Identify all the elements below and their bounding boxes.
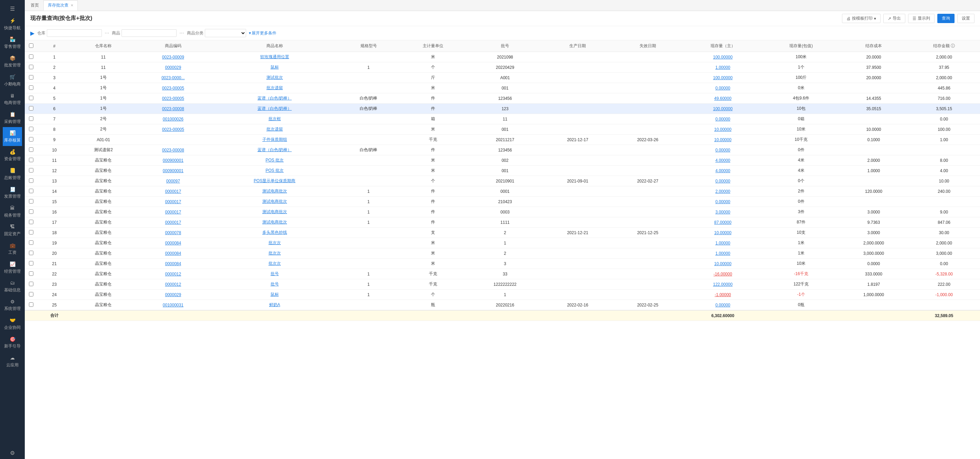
cell-21-3[interactable]: 0000084 xyxy=(135,258,211,269)
link-8-10[interactable]: 10.00000 xyxy=(714,127,732,132)
link-10-4[interactable]: 蓝谱（白色/奶棒） xyxy=(258,147,291,152)
cell-20-3[interactable]: 0000084 xyxy=(135,248,211,258)
link-19-10[interactable]: 1.00000 xyxy=(715,241,730,245)
cell-2-3[interactable]: 0000029 xyxy=(135,62,211,73)
cell-20-0[interactable] xyxy=(25,248,37,258)
cell-3-10[interactable]: 100.00000 xyxy=(682,73,763,83)
cell-8-10[interactable]: 10.00000 xyxy=(682,124,763,135)
cell-15-4[interactable]: 测试电商批次 xyxy=(211,197,338,207)
link-4-3[interactable]: 0023-00005 xyxy=(162,86,184,91)
cell-24-0[interactable] xyxy=(25,290,37,300)
row-checkbox-19[interactable] xyxy=(29,240,33,245)
cell-13-3[interactable]: 000097 xyxy=(135,176,211,186)
cell-8-4[interactable]: 批次遗留 xyxy=(211,124,338,135)
row-checkbox-20[interactable] xyxy=(29,251,33,255)
cell-16-10[interactable]: 3.00000 xyxy=(682,207,763,217)
cell-22-10[interactable]: -16.00000 xyxy=(682,269,763,279)
cell-23-3[interactable]: 0000012 xyxy=(135,279,211,290)
sidebar-item-quick-nav[interactable]: ⚡ 快捷导航 xyxy=(3,15,22,33)
tab-batch-query[interactable]: 库存批次查✕ xyxy=(43,0,78,11)
link-16-3[interactable]: 0000017 xyxy=(165,210,181,215)
cell-21-10[interactable]: 10.00000 xyxy=(682,258,763,269)
link-24-4[interactable]: 鼠标 xyxy=(270,292,279,297)
link-21-10[interactable]: 10.00000 xyxy=(714,261,732,266)
row-checkbox-23[interactable] xyxy=(29,282,33,286)
row-checkbox-3[interactable] xyxy=(29,75,33,80)
link-15-4[interactable]: 测试电商批次 xyxy=(262,199,287,204)
link-16-10[interactable]: 3.00000 xyxy=(715,210,730,215)
cell-15-0[interactable] xyxy=(25,197,37,207)
row-checkbox-1[interactable] xyxy=(29,54,33,59)
cell-19-3[interactable]: 0000084 xyxy=(135,238,211,248)
sidebar-item-sys[interactable]: ⚙ 系统管理 xyxy=(3,296,22,314)
cell-25-0[interactable] xyxy=(25,300,37,311)
cell-14-0[interactable] xyxy=(25,186,37,197)
link-19-3[interactable]: 0000084 xyxy=(165,241,181,245)
cell-14-4[interactable]: 测试电商批次 xyxy=(211,186,338,197)
link-17-10[interactable]: 87.00000 xyxy=(714,220,732,225)
link-11-4[interactable]: POS 批次 xyxy=(266,158,284,163)
cell-4-3[interactable]: 0023-00005 xyxy=(135,83,211,93)
cell-11-4[interactable]: POS 批次 xyxy=(211,155,338,166)
row-checkbox-6[interactable] xyxy=(29,106,33,110)
cell-4-4[interactable]: 批次遗留 xyxy=(211,83,338,93)
link-21-3[interactable]: 0000084 xyxy=(165,261,181,266)
cell-7-0[interactable] xyxy=(25,114,37,124)
row-checkbox-7[interactable] xyxy=(29,116,33,121)
link-17-4[interactable]: 测试电商批次 xyxy=(262,220,287,225)
row-checkbox-18[interactable] xyxy=(29,230,33,234)
row-checkbox-11[interactable] xyxy=(29,158,33,162)
link-3-3[interactable]: 0023-0000... xyxy=(161,75,185,80)
cell-16-3[interactable]: 0000017 xyxy=(135,207,211,217)
menu-icon[interactable]: ☰ xyxy=(0,3,25,15)
cell-2-10[interactable]: 1.00000 xyxy=(682,62,763,73)
cell-4-0[interactable] xyxy=(25,83,37,93)
link-25-10[interactable]: 0.00000 xyxy=(715,303,730,308)
link-14-10[interactable]: 2.00000 xyxy=(715,189,730,194)
link-2-10[interactable]: 1.00000 xyxy=(715,65,730,70)
cell-7-4[interactable]: 批次框 xyxy=(211,114,338,124)
cell-16-0[interactable] xyxy=(25,207,37,217)
row-checkbox-21[interactable] xyxy=(29,261,33,266)
link-5-4[interactable]: 蓝谱（白色/奶棒） xyxy=(258,96,291,100)
sidebar-item-finance[interactable]: 💰 资金管理 xyxy=(3,146,22,164)
row-checkbox-10[interactable] xyxy=(29,147,33,152)
link-8-4[interactable]: 批次遗留 xyxy=(266,127,283,132)
sidebar-item-ecommerce[interactable]: 🖥 电商管理 xyxy=(3,90,22,108)
cell-22-0[interactable] xyxy=(25,269,37,279)
sidebar-item-sales[interactable]: 🏪 零售管理 xyxy=(3,33,22,52)
link-6-4[interactable]: 蓝谱（白色/奶棒） xyxy=(258,106,291,111)
sidebar-item-inventory[interactable]: 📊 库存核算 xyxy=(3,127,22,146)
cell-8-0[interactable] xyxy=(25,124,37,135)
cell-10-0[interactable] xyxy=(25,145,37,155)
link-14-4[interactable]: 测试电商批次 xyxy=(262,189,287,193)
sidebar-item-hr[interactable]: 💼 工资 xyxy=(3,240,22,258)
cell-6-10[interactable]: 100.00000 xyxy=(682,104,763,114)
cell-9-3[interactable] xyxy=(135,135,211,145)
cell-10-4[interactable]: 蓝谱（白色/奶棒） xyxy=(211,145,338,155)
link-2-4[interactable]: 鼠标 xyxy=(270,65,279,70)
link-18-3[interactable]: 0000078 xyxy=(165,230,181,235)
cell-11-3[interactable]: 000900001 xyxy=(135,155,211,166)
link-12-4[interactable]: POS 批次 xyxy=(266,168,284,173)
link-19-4[interactable]: 批次次 xyxy=(269,240,281,245)
cell-5-0[interactable] xyxy=(25,93,37,104)
link-6-3[interactable]: 0023-00008 xyxy=(162,107,184,111)
cell-15-3[interactable]: 0000017 xyxy=(135,197,211,207)
cell-22-3[interactable]: 0000012 xyxy=(135,269,211,279)
cell-20-10[interactable]: 1.00000 xyxy=(682,248,763,258)
link-22-10[interactable]: -16.00000 xyxy=(714,272,732,276)
link-7-10[interactable]: 0.00000 xyxy=(715,117,730,121)
settings-icon[interactable]: ⚙ xyxy=(10,450,15,456)
link-22-3[interactable]: 0000012 xyxy=(165,272,181,276)
cell-12-4[interactable]: POS 批次 xyxy=(211,166,338,176)
cell-18-3[interactable]: 0000078 xyxy=(135,228,211,238)
row-checkbox-15[interactable] xyxy=(29,199,33,204)
link-24-3[interactable]: 0000029 xyxy=(165,292,181,297)
link-18-10[interactable]: 10.00000 xyxy=(714,230,732,235)
row-checkbox-2[interactable] xyxy=(29,65,33,69)
link-5-3[interactable]: 0023-00005 xyxy=(162,96,184,101)
export-button[interactable]: ↗ 导出 xyxy=(883,14,905,23)
link-20-3[interactable]: 0000084 xyxy=(165,251,181,256)
cell-2-4[interactable]: 鼠标 xyxy=(211,62,338,73)
